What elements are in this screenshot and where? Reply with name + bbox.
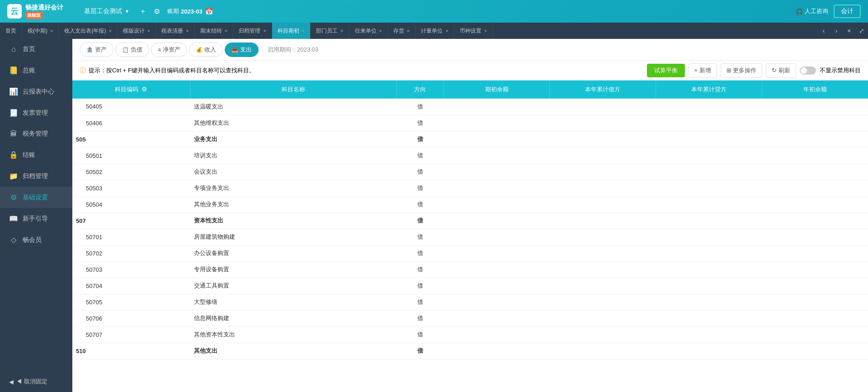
account-button[interactable]: 会计 (834, 5, 861, 18)
company-dropdown-icon[interactable]: ▾ (126, 8, 128, 14)
column-settings-icon[interactable]: ⚙ (142, 85, 147, 93)
sidebar-item-reports[interactable]: 📊 云报表中心 (0, 81, 72, 102)
show-disabled-toggle[interactable] (800, 66, 816, 75)
tab-currency-close[interactable]: × (484, 28, 487, 33)
settings-icon[interactable]: ⚙ (154, 7, 160, 16)
tab-units-close[interactable]: × (445, 28, 448, 33)
tab-tax-mid-close[interactable]: × (50, 28, 53, 33)
tab-period-end-close[interactable]: × (225, 28, 227, 33)
cell-ytd-credit (656, 213, 762, 229)
cell-ytd-debit (550, 147, 656, 164)
add-company-icon[interactable]: ＋ (139, 7, 146, 16)
cell-direction: 借 (396, 245, 443, 261)
table-row[interactable]: 50704交通工具购置借 (72, 278, 868, 294)
tab-scroll-left[interactable]: ‹ (817, 23, 830, 39)
tab-tax-list-close[interactable]: × (186, 28, 189, 33)
tab-template-close[interactable]: × (147, 28, 150, 33)
tab-currency[interactable]: 币种设置 × (454, 23, 493, 39)
table-row[interactable]: 50706信息网络购建借 (72, 310, 868, 326)
cell-year-balance (762, 278, 868, 294)
tab-subject-init-close[interactable]: × (302, 28, 305, 33)
tab-partners[interactable]: 往来单位 × (349, 23, 388, 39)
cell-ytd-credit (656, 164, 762, 180)
tab-income-report[interactable]: 收入支出表(年报) × (59, 23, 117, 39)
cell-ytd-debit (550, 213, 656, 229)
col-header-ytd-credit: 本年累计贷方 (656, 80, 762, 99)
tab-inventory-close[interactable]: × (407, 28, 410, 33)
cell-year-balance (762, 229, 868, 245)
filter-tab-liability[interactable]: 📋 负债 (115, 43, 149, 57)
cell-ytd-credit (656, 229, 762, 245)
filter-tab-asset[interactable]: 🏦 资产 (80, 43, 113, 57)
tab-period-end[interactable]: 期末结转 × (195, 23, 233, 39)
tab-close-all[interactable]: × (843, 23, 855, 39)
table-row[interactable]: 50406其他维权支出借 (72, 115, 868, 131)
sidebar-item-archive[interactable]: 📁 归档管理 (0, 165, 72, 187)
calendar-icon[interactable]: 📅 (205, 8, 213, 15)
tab-units[interactable]: 计量单位 × (415, 23, 454, 39)
tab-home[interactable]: 首页 (0, 23, 22, 39)
tab-tax-list[interactable]: 税表清册 × (156, 23, 194, 39)
table-row[interactable]: 50405送温暖支出借 (72, 99, 868, 115)
collapse-icon: ◀ (9, 378, 14, 385)
table-row[interactable]: 50701房屋建筑物购建借 (72, 229, 868, 245)
cell-direction: 借 (396, 131, 443, 147)
filter-tab-income[interactable]: 💰 收入 (189, 43, 223, 57)
sidebar-item-member[interactable]: ◇ 畅会员 (0, 229, 72, 250)
tab-partners-close[interactable]: × (379, 28, 382, 33)
cell-ytd-debit (550, 343, 656, 359)
tab-scroll-right[interactable]: › (830, 23, 843, 39)
filter-tab-expense[interactable]: 📤 支出 (225, 43, 259, 57)
table-row[interactable]: 505业务支出借 (72, 131, 868, 147)
sidebar-collapse-button[interactable]: ◀ ◀ 取消固定 (0, 371, 72, 392)
sidebar-item-close[interactable]: 🔒 结账 (0, 144, 72, 165)
refresh-button[interactable]: ↻ 刷新 (766, 63, 796, 78)
sidebar-item-ledger[interactable]: 📒 总账 (0, 60, 72, 81)
table-header-row: 科目编码 ⚙ 科目名称 方向 期初余额 本年累计借方 本年累计贷方 年初余额 (72, 80, 868, 99)
net-icon: ≡ (158, 47, 161, 53)
tab-archive-close[interactable]: × (263, 28, 266, 33)
sidebar-item-tax[interactable]: 🏛 税务管理 (0, 123, 72, 144)
table-row[interactable]: 510其他支出借 (72, 343, 868, 359)
table-row[interactable]: 50703专用设备购置借 (72, 261, 868, 278)
filter-tab-net[interactable]: ≡ 净资产 (151, 43, 187, 57)
tab-inventory[interactable]: 存货 × (388, 23, 415, 39)
tab-income-report-close[interactable]: × (108, 28, 111, 33)
table-row[interactable]: 50502会议支出借 (72, 164, 868, 180)
table-row[interactable]: 507资本性支出借 (72, 213, 868, 229)
sidebar-item-home[interactable]: ⌂ 首页 (0, 39, 72, 60)
cell-code: 50705 (72, 294, 190, 310)
sidebar-item-invoice[interactable]: 🧾 发票管理 (0, 102, 72, 123)
balance-button[interactable]: 试算平衡 (647, 64, 685, 77)
tab-maximize[interactable]: ⤢ (855, 23, 868, 39)
help-button[interactable]: 🎧 人工咨询 (796, 7, 828, 15)
tab-dept-staff-close[interactable]: × (340, 28, 343, 33)
sidebar-item-guide[interactable]: 📖 新手引导 (0, 208, 72, 229)
tab-tax-mid[interactable]: 税(中期) × (22, 23, 59, 39)
reports-icon: 📊 (9, 87, 18, 96)
tab-subject-init[interactable]: 科目期初 × (272, 23, 311, 39)
table-row[interactable]: 50504其他业务支出借 (72, 196, 868, 213)
hint-text: ⓘ 提示：按Ctrl + F键并输入科目编码或者科目名称可以查找科目。 (80, 66, 255, 75)
tab-dept-staff[interactable]: 部门员工 × (311, 23, 349, 39)
cell-code: 50405 (72, 99, 190, 115)
cell-year-balance (762, 180, 868, 196)
cell-direction: 借 (396, 213, 443, 229)
add-button[interactable]: + 新增 (689, 63, 717, 78)
table-row[interactable]: 50702办公设备购置借 (72, 245, 868, 261)
home-icon: ⌂ (9, 45, 18, 53)
cell-year-balance (762, 213, 868, 229)
table-row[interactable]: 50503专项业务支出借 (72, 180, 868, 196)
tab-template[interactable]: 模版设计 × (118, 23, 156, 39)
cell-ytd-credit (656, 147, 762, 164)
sidebar-close-label: 结账 (23, 151, 35, 159)
cell-name: 会议支出 (190, 164, 396, 180)
help-label: 人工咨询 (805, 7, 828, 15)
cell-year-balance (762, 164, 868, 180)
table-row[interactable]: 50707其他资本性支出借 (72, 326, 868, 343)
sidebar-item-settings[interactable]: ⚙ 基础设置 (0, 187, 72, 208)
table-row[interactable]: 50501培训支出借 (72, 147, 868, 164)
table-row[interactable]: 50705大型修缮借 (72, 294, 868, 310)
more-button[interactable]: ⊞ 更多操作 (721, 63, 763, 78)
tab-archive[interactable]: 归档管理 × (233, 23, 272, 39)
